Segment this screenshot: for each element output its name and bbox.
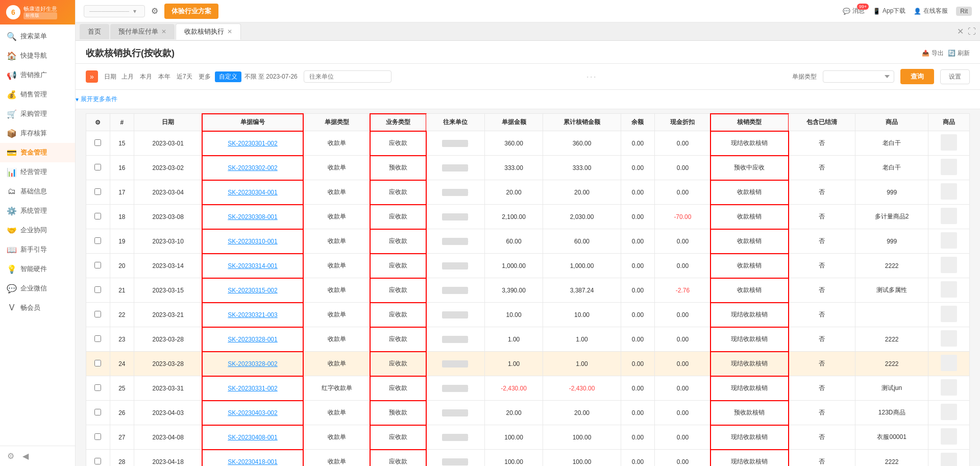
td-checkbox[interactable] [86, 131, 110, 156]
th-writeoff-type[interactable]: 核销类型 [710, 114, 789, 131]
th-bill-no[interactable]: 单据编号 [202, 114, 303, 131]
bill-no-link[interactable]: SK-20230321-003 [228, 311, 277, 318]
table-row[interactable]: 20 2023-03-14 SK-20230314-001 收款单 应收款 ──… [86, 254, 970, 278]
td-checkbox[interactable] [86, 352, 110, 376]
th-writeoff-amount[interactable]: 累计核销金额 [543, 114, 621, 131]
table-row[interactable]: 25 2023-03-31 SK-20230331-002 红字收款单 应收款 … [86, 376, 970, 401]
row-checkbox[interactable] [94, 409, 101, 415]
expand-tabs-icon[interactable]: ⛶ [968, 27, 976, 36]
bill-no-link[interactable]: SK-20230314-001 [228, 262, 277, 269]
th-amount[interactable]: 单据金额 [484, 114, 543, 131]
table-row[interactable]: 24 2023-03-28 SK-20230328-002 收款单 应收款 ──… [86, 352, 970, 376]
sidebar-item-marketing[interactable]: 📢营销推广 [0, 65, 75, 85]
app-download-button[interactable]: 📱 App下载 [873, 7, 905, 15]
messages-button[interactable]: 💬 消息 99+ [843, 7, 865, 15]
last-month-btn[interactable]: 上月 [119, 71, 136, 82]
sidebar-item-quick[interactable]: 🏠快捷导航 [0, 46, 75, 65]
last-7days-btn[interactable]: 近7天 [175, 71, 194, 82]
sidebar-item-guide[interactable]: 📖新手引导 [0, 240, 75, 259]
solution-button[interactable]: 体验行业方案 [164, 4, 218, 19]
th-bill-type[interactable]: 单据类型 [303, 114, 370, 131]
close-all-tabs-icon[interactable]: ✕ [957, 27, 964, 36]
close-collection-tab[interactable]: ✕ [227, 28, 232, 35]
bill-no-link[interactable]: SK-20230315-002 [228, 287, 277, 294]
row-checkbox[interactable] [94, 458, 101, 464]
row-checkbox[interactable] [94, 237, 101, 244]
export-button[interactable]: 📤 导出 [922, 49, 944, 58]
td-checkbox[interactable] [86, 376, 110, 401]
expand-conditions-btn[interactable]: ▾ 展开更多条件 [76, 93, 980, 106]
settings-icon[interactable]: ⚙ [7, 451, 14, 461]
sidebar-item-enterprise[interactable]: 🤝企业协同 [0, 220, 75, 240]
bill-no-link[interactable]: SK-20230408-001 [228, 434, 277, 441]
custom-date-btn[interactable]: 自定义 [215, 71, 241, 82]
th-biz-type[interactable]: 业务类型 [370, 114, 426, 131]
filter-settings-button[interactable]: 设置 [940, 69, 970, 84]
refresh-button[interactable]: 🔄 刷新 [948, 49, 970, 58]
row-checkbox[interactable] [94, 311, 101, 317]
table-row[interactable]: 22 2023-03-21 SK-20230321-003 收款单 应收款 ──… [86, 303, 970, 327]
row-checkbox[interactable] [94, 384, 101, 391]
table-row[interactable]: 19 2023-03-10 SK-20230310-001 收款单 应收款 ──… [86, 229, 970, 254]
row-checkbox[interactable] [94, 433, 101, 440]
sidebar-item-hardware[interactable]: 💡智能硬件 [0, 259, 75, 279]
td-checkbox[interactable] [86, 180, 110, 205]
bill-no-link[interactable]: SK-20230328-002 [228, 360, 277, 367]
bill-no-link[interactable]: SK-20230418-001 [228, 458, 277, 465]
table-row[interactable]: 26 2023-04-03 SK-20230403-002 收款单 预收款 ──… [86, 401, 970, 425]
table-row[interactable]: 28 2023-04-18 SK-20230418-001 收款单 应收款 ──… [86, 450, 970, 467]
tab-prepay[interactable]: 预付单应付单 ✕ [110, 24, 175, 39]
bill-no-link[interactable]: SK-20230302-002 [228, 164, 277, 171]
table-row[interactable]: 23 2023-03-28 SK-20230328-001 收款单 应收款 ──… [86, 327, 970, 352]
selector-dropdown[interactable]: ────────── ▾ [84, 5, 145, 17]
sidebar-item-sales[interactable]: 💰销售管理 [0, 85, 75, 104]
td-checkbox[interactable] [86, 278, 110, 303]
bill-no-link[interactable]: SK-20230304-001 [228, 189, 277, 196]
td-checkbox[interactable] [86, 327, 110, 352]
table-row[interactable]: 18 2023-03-08 SK-20230308-001 收款单 应收款 ──… [86, 205, 970, 229]
table-row[interactable]: 16 2023-03-02 SK-20230302-002 收款单 预收款 ──… [86, 156, 970, 180]
bill-no-link[interactable]: SK-20230328-001 [228, 336, 277, 343]
table-row[interactable]: 21 2023-03-15 SK-20230315-002 收款单 应收款 ──… [86, 278, 970, 303]
online-service-button[interactable]: 👤 在线客服 [914, 7, 948, 15]
sidebar-item-wechat[interactable]: 💬企业微信 [0, 279, 75, 298]
this-month-btn[interactable]: 本月 [138, 71, 154, 82]
sidebar-item-purchase[interactable]: 🛒采购管理 [0, 104, 75, 124]
bill-no-link[interactable]: SK-20230308-001 [228, 213, 277, 220]
td-checkbox[interactable] [86, 205, 110, 229]
more-date-btn[interactable]: 更多 [197, 71, 213, 82]
td-checkbox[interactable] [86, 156, 110, 180]
th-include-cleared[interactable]: 包含已结清 [789, 114, 855, 131]
td-checkbox[interactable] [86, 401, 110, 425]
sidebar-item-finance[interactable]: 💳资金管理 [0, 143, 75, 162]
th-partner[interactable]: 往来单位 [426, 114, 485, 131]
th-goods[interactable]: 商品 [855, 114, 928, 131]
sidebar-item-basic[interactable]: 🗂基础信息 [0, 182, 75, 201]
bill-type-select[interactable] [823, 70, 894, 83]
td-checkbox[interactable] [86, 425, 110, 450]
th-goods-img[interactable]: 商品 [928, 114, 970, 131]
td-checkbox[interactable] [86, 254, 110, 278]
th-settings[interactable]: ⚙ [86, 114, 110, 131]
row-checkbox[interactable] [94, 262, 101, 268]
tab-home[interactable]: 首页 [80, 24, 109, 39]
bill-no-link[interactable]: SK-20230310-001 [228, 238, 277, 245]
sidebar-item-member[interactable]: V畅会员 [0, 298, 75, 317]
user-avatar[interactable]: Rit [956, 7, 972, 16]
td-checkbox[interactable] [86, 450, 110, 467]
row-checkbox[interactable] [94, 335, 101, 342]
table-row[interactable]: 27 2023-04-08 SK-20230408-001 收款单 应收款 ──… [86, 425, 970, 450]
table-row[interactable]: 15 2023-03-01 SK-20230301-002 收款单 应收款 ──… [86, 131, 970, 156]
sidebar-item-operations[interactable]: 📊经营管理 [0, 162, 75, 182]
row-checkbox[interactable] [94, 139, 101, 146]
td-checkbox[interactable] [86, 229, 110, 254]
row-checkbox[interactable] [94, 164, 101, 170]
close-prepay-tab[interactable]: ✕ [161, 28, 166, 35]
collapse-icon[interactable]: ◀ [22, 451, 29, 461]
query-button[interactable]: 查询 [900, 69, 934, 84]
this-year-btn[interactable]: 本年 [156, 71, 173, 82]
row-checkbox[interactable] [94, 213, 101, 219]
partner-unit-input[interactable] [304, 70, 391, 83]
settings-gear-icon[interactable]: ⚙ [151, 6, 158, 16]
row-checkbox[interactable] [94, 188, 101, 195]
